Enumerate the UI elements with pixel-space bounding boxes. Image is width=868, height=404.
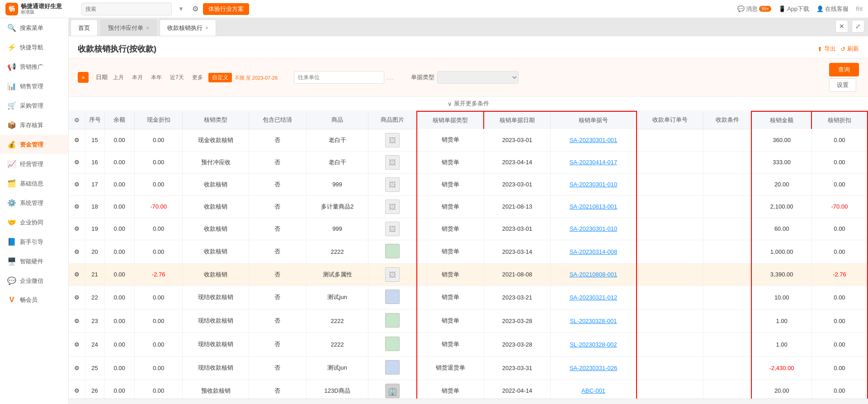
td-verify-doc-no[interactable]: SL-20230328-002 — [551, 333, 637, 356]
sidebar-item-base-info[interactable]: 🗂️ 基础信息 — [0, 174, 68, 193]
tab-verify-close[interactable]: × — [205, 25, 208, 31]
message-badge: 99+ — [759, 6, 771, 12]
td-settings[interactable]: ⚙ — [69, 151, 85, 173]
td-include-settled: 否 — [249, 309, 307, 333]
date-custom[interactable]: 自定义 — [208, 73, 232, 82]
td-receipt-order-no — [637, 333, 703, 356]
th-settings[interactable]: ⚙ — [69, 111, 85, 129]
td-verify-doc-no[interactable]: SA-20230414-017 — [551, 151, 637, 173]
td-settings[interactable]: ⚙ — [69, 195, 85, 218]
td-no: 16 — [85, 151, 104, 173]
settings-btn[interactable]: 设置 — [829, 78, 856, 92]
td-verify-discount: 0.00 — [811, 173, 868, 195]
td-settings[interactable]: ⚙ — [69, 380, 85, 399]
td-receipt-condition — [703, 285, 751, 309]
tab-prepay[interactable]: 预付冲应付单 × — [100, 19, 157, 36]
sidebar-item-hardware[interactable]: 🖥️ 智能硬件 — [0, 252, 68, 271]
tab-home[interactable]: 首页 — [71, 19, 98, 36]
date-more[interactable]: 更多 — [189, 73, 206, 82]
td-verify-doc-no[interactable]: SA-20230301-001 — [551, 129, 637, 151]
td-verify-type: 现结收款核销 — [183, 333, 249, 356]
tab-verify[interactable]: 收款核销执行 × — [160, 19, 216, 36]
table-row: ⚙ 20 0.00 0.00 收款核销 否 2222 销货单 2023-03-1… — [69, 240, 868, 263]
td-cash-discount: 0.00 — [134, 309, 183, 333]
expand-more-bar: ∨ 展开更多条件 — [69, 97, 868, 111]
td-goods: 999 — [306, 173, 368, 195]
td-verify-doc-no[interactable]: SL-20230328-001 — [551, 309, 637, 333]
voucher-type-select[interactable] — [437, 71, 519, 84]
td-verify-doc-no[interactable]: SA-20210808-001 — [551, 263, 637, 285]
refresh-btn[interactable]: ↺ 刷新 — [840, 45, 859, 53]
td-settings[interactable]: ⚙ — [69, 333, 85, 356]
dropdown-arrow-icon[interactable]: ▼ — [178, 5, 184, 12]
sidebar-item-marketing[interactable]: 📢 营销推广 — [0, 57, 68, 76]
td-settings[interactable]: ⚙ — [69, 173, 85, 195]
chevron-down-icon: ∨ — [448, 100, 452, 107]
sidebar-item-vip[interactable]: V 畅会员 — [0, 290, 68, 309]
td-settings[interactable]: ⚙ — [69, 129, 85, 151]
sidebar-item-search[interactable]: 🔍 搜索菜单 — [0, 18, 68, 38]
horizontal-scrollbar[interactable] — [69, 399, 868, 404]
td-settings[interactable]: ⚙ — [69, 263, 85, 285]
logo-area: 畅 畅捷通谱好生意 标准版 — [5, 3, 73, 15]
search-input[interactable] — [81, 3, 172, 15]
gear-icon[interactable]: ⚙ — [192, 5, 198, 13]
date-this-year[interactable]: 本年 — [148, 73, 165, 82]
message-btn[interactable]: 💬 消息 99+ — [737, 5, 771, 13]
td-verify-doc-no[interactable]: SA-20210813-001 — [551, 195, 637, 218]
td-verify-discount: 0.00 — [811, 333, 868, 356]
td-balance: 0.00 — [104, 240, 134, 263]
sidebar-item-finance[interactable]: 💰 资金管理 — [0, 135, 68, 154]
page-header-actions: ⬆ 导出 ↺ 刷新 — [817, 45, 859, 53]
td-settings[interactable]: ⚙ — [69, 309, 85, 333]
td-verify-type: 收款核销 — [183, 218, 249, 240]
td-verify-doc-no[interactable]: SA-20230331-026 — [551, 356, 637, 380]
td-verify-doc-no[interactable]: SA-20230301-010 — [551, 218, 637, 240]
td-verify-doc-no[interactable]: ABC-001 — [551, 380, 637, 399]
date-prev-month[interactable]: 上月 — [110, 73, 127, 82]
td-cash-discount: 0.00 — [134, 356, 183, 380]
td-receipt-condition — [703, 263, 751, 285]
td-verify-amount: 360.00 — [751, 129, 811, 151]
td-settings[interactable]: ⚙ — [69, 240, 85, 263]
search-menu-icon: 🔍 — [7, 24, 16, 32]
sidebar-item-system[interactable]: ⚙️ 系统管理 — [0, 193, 68, 213]
expand-window-btn[interactable]: ⤢ — [852, 20, 864, 33]
td-settings[interactable]: ⚙ — [69, 218, 85, 240]
online-service-btn[interactable]: 👤 在线客服 — [816, 5, 849, 13]
td-verify-doc-no[interactable]: SA-20230301-010 — [551, 173, 637, 195]
export-btn[interactable]: ⬆ 导出 — [817, 45, 836, 53]
sidebar-item-newbie[interactable]: 📘 新手引导 — [0, 232, 68, 252]
sidebar-item-enterprise[interactable]: 🤝 企业协同 — [0, 213, 68, 232]
th-balance: 余额 — [104, 111, 134, 129]
td-settings[interactable]: ⚙ — [69, 285, 85, 309]
td-verify-doc-type: 销货单 — [417, 173, 484, 195]
industry-btn[interactable]: 体验行业方案 — [203, 3, 249, 15]
td-verify-doc-no[interactable]: SA-20230321-012 — [551, 285, 637, 309]
sidebar-item-quick-nav[interactable]: ⚡ 快捷导航 — [0, 38, 68, 57]
td-verify-doc-no[interactable]: SA-20230314-008 — [551, 240, 637, 263]
vip-icon: V — [7, 296, 16, 304]
td-verify-discount: 0.00 — [811, 129, 868, 151]
tab-prepay-close[interactable]: × — [146, 25, 149, 31]
td-settings[interactable]: ⚙ — [69, 356, 85, 380]
query-btn[interactable]: 查询 — [829, 63, 859, 76]
sidebar-item-sales[interactable]: 📊 销售管理 — [0, 76, 68, 96]
td-receipt-order-no — [637, 356, 703, 380]
table-container: ⚙ 序号 余额 现金折扣 核销类型 包含已结清 商品 商品图片 核销单据类型 核… — [69, 111, 868, 399]
counterpart-input[interactable] — [294, 71, 384, 84]
sidebar-item-operation[interactable]: 📈 经营管理 — [0, 154, 68, 174]
date-7days[interactable]: 近7天 — [167, 73, 187, 82]
sidebar-label-quick-nav: 快捷导航 — [20, 43, 43, 52]
td-verify-doc-date: 2023-03-21 — [484, 285, 550, 309]
td-verify-doc-date: 2023-03-14 — [484, 240, 550, 263]
expand-more-btn[interactable]: ∨ 展开更多条件 — [448, 100, 489, 108]
td-balance: 0.00 — [104, 309, 134, 333]
filter-expand-btn[interactable]: » — [78, 72, 89, 83]
sidebar-item-wechat[interactable]: 💬 企业微信 — [0, 271, 68, 290]
date-this-month[interactable]: 本月 — [129, 73, 146, 82]
app-download-btn[interactable]: 📱 App下载 — [778, 5, 809, 13]
close-window-btn[interactable]: ✕ — [835, 20, 848, 33]
sidebar-item-purchase[interactable]: 🛒 采购管理 — [0, 96, 68, 115]
sidebar-item-inventory[interactable]: 📦 库存核算 — [0, 115, 68, 135]
